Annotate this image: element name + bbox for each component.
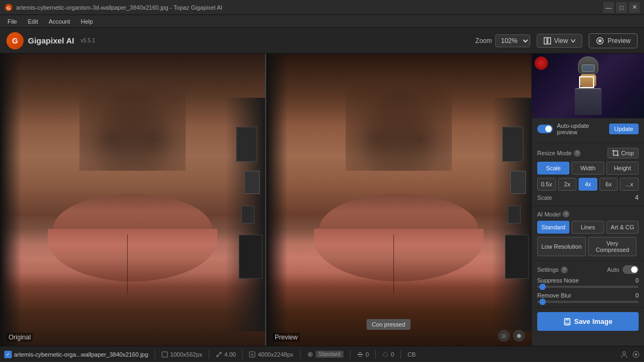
status-model: Standard <box>316 351 344 358</box>
height-mode-button[interactable]: Height <box>606 162 639 175</box>
app-icon: G <box>4 3 13 12</box>
zoom-control: Zoom 102% 50% 75% 100% 150% 200% Fit <box>475 34 530 47</box>
ai-model-help[interactable]: ? <box>562 211 569 218</box>
svg-rect-9 <box>162 352 167 357</box>
menu-account[interactable]: Account <box>43 15 76 28</box>
svg-point-12 <box>309 353 311 356</box>
auto-label: Auto <box>607 266 619 273</box>
status-divider-7 <box>400 350 401 359</box>
preview-button[interactable]: Preview <box>589 33 638 48</box>
blur-icon <box>382 351 389 358</box>
width-mode-button[interactable]: Width <box>572 162 604 175</box>
settings-help[interactable]: ? <box>561 266 568 273</box>
svg-rect-15 <box>358 356 362 357</box>
ai-model-bottom-buttons: Low Resolution Very Compressed <box>537 237 639 256</box>
status-filename: artemis-cybernetic-orga...wallpaper_3840… <box>14 351 148 358</box>
svg-point-5 <box>598 39 602 42</box>
maximize-button[interactable]: □ <box>616 2 627 13</box>
status-blur-val: 0 <box>391 351 394 358</box>
resize-mode-section: Resize Mode ? Crop Scale Width Height <box>532 143 644 206</box>
zoom-select[interactable]: 102% 50% 75% 100% 150% 200% Fit <box>495 34 530 47</box>
svg-point-16 <box>383 352 387 357</box>
remove-blur-track[interactable] <box>537 301 639 303</box>
preview-icons-area: ☺ ☻ <box>498 330 525 342</box>
right-settings-panel: Auto-update preview Update Resize Mode ?… <box>531 54 644 346</box>
suppress-noise-track[interactable] <box>537 286 639 288</box>
app-version: v5.5.1 <box>80 38 95 44</box>
thumbnail-area[interactable] <box>532 54 644 118</box>
ai-model-row: AI Model ? <box>537 211 639 218</box>
save-image-button[interactable]: Save Image <box>537 312 639 331</box>
menu-edit[interactable]: Edit <box>23 15 43 28</box>
svg-rect-8 <box>565 322 569 324</box>
status-icons-item <box>620 351 640 358</box>
smiley-icon[interactable]: ☺ <box>498 330 510 342</box>
con-pressed-overlay: Con pressed <box>367 319 411 330</box>
scale-number: 4 <box>635 194 639 201</box>
scale-custom-button[interactable]: ...x <box>620 178 639 191</box>
resize-mode-help[interactable]: ? <box>574 150 581 157</box>
view-icon <box>544 37 551 45</box>
model-low-res-button[interactable]: Low Resolution <box>537 237 586 256</box>
preview-panel: Preview ☺ ☻ <box>266 54 531 346</box>
original-panel: Original <box>0 54 265 346</box>
original-image <box>0 54 265 346</box>
menu-file[interactable]: File <box>2 15 23 28</box>
view-button[interactable]: View <box>537 34 583 48</box>
scale-0-5x-button[interactable]: 0.5x <box>537 178 556 191</box>
scale-multiplier-buttons: 0.5x 2x 4x 6x ...x <box>537 178 639 191</box>
smiley-face-icon[interactable]: ☻ <box>513 330 525 342</box>
model-art-cg-button[interactable]: Art & CG <box>606 221 639 234</box>
settings-auto-toggle[interactable] <box>623 265 639 274</box>
main: Original <box>0 54 644 346</box>
original-label: Original <box>6 333 33 342</box>
app-name: Gigapixel AI <box>28 36 74 45</box>
status-noise-item: 0 <box>357 351 369 358</box>
model-standard-button[interactable]: Standard <box>537 221 569 234</box>
resize-mode-row: Resize Mode ? Crop <box>537 148 639 158</box>
menu-help[interactable]: Help <box>75 15 98 28</box>
scale-2x-button[interactable]: 2x <box>558 178 577 191</box>
svg-rect-13 <box>357 354 363 355</box>
svg-rect-2 <box>544 38 547 44</box>
scale-icon <box>216 351 222 358</box>
update-button[interactable]: Update <box>609 124 639 134</box>
scale-label: Scale <box>537 194 552 201</box>
logo-icon: G <box>6 32 24 49</box>
scale-6x-button[interactable]: 6x <box>599 178 618 191</box>
toggle-container: Auto-update preview <box>537 122 609 135</box>
auto-update-row: Auto-update preview Update <box>537 122 639 135</box>
ai-model-top-buttons: Standard Lines Art & CG <box>537 221 639 234</box>
auto-update-toggle[interactable] <box>537 125 553 133</box>
status-extra: CB <box>407 351 415 358</box>
preview-label: Preview <box>608 37 631 45</box>
suppress-noise-thumb[interactable] <box>539 284 546 290</box>
resize-mode-buttons: Scale Width Height <box>537 162 639 175</box>
status-output-size-item: 4000x2248px <box>249 351 293 358</box>
auto-update-section: Auto-update preview Update <box>532 118 644 143</box>
ai-model-section: AI Model ? Standard Lines Art & CG Low R… <box>532 206 644 261</box>
output-icon <box>249 351 255 358</box>
model-very-compressed-button[interactable]: Very Compressed <box>588 237 637 256</box>
thumb-red-badge <box>535 56 548 70</box>
crop-button[interactable]: Crop <box>608 148 639 158</box>
scale-value-row: Scale 4 <box>537 194 639 201</box>
remove-blur-thumb[interactable] <box>539 299 546 305</box>
scale-mode-button[interactable]: Scale <box>537 162 569 175</box>
con-pressed-label: Con pressed <box>372 321 405 328</box>
status-output-size: 4000x2248px <box>258 351 293 358</box>
status-check-icon: ✓ <box>4 351 12 358</box>
canvas-panels: Original <box>0 54 531 346</box>
status-blur-item: 0 <box>382 351 394 358</box>
scale-4x-button[interactable]: 4x <box>579 178 597 191</box>
model-icon <box>307 351 313 358</box>
person-icon <box>620 351 628 358</box>
titlebar-text: artemis-cybernetic-organism-3d-wallpaper… <box>16 4 603 11</box>
minimize-button[interactable]: — <box>603 2 614 13</box>
model-lines-button[interactable]: Lines <box>572 221 604 234</box>
ai-model-label: AI Model <box>537 211 560 218</box>
settings-section: Settings ? Auto Suppress Noise 0 <box>532 261 644 308</box>
thumbnail-selection-box <box>579 76 594 88</box>
close-button[interactable]: ✕ <box>629 2 640 13</box>
crop-label: Crop <box>621 150 634 156</box>
